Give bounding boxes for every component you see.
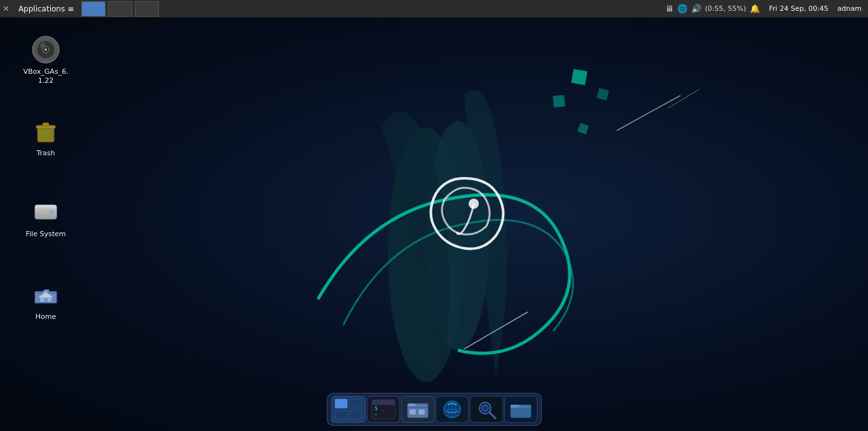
- vbox-icon-image: [31, 34, 61, 65]
- svg-rect-6: [577, 123, 589, 134]
- vbox-label-line1: VBox_GAs_6.: [23, 67, 68, 76]
- background-art: [191, 32, 699, 401]
- notification-bell[interactable]: 🔔: [750, 4, 760, 13]
- svg-text:$ _: $ _: [375, 406, 384, 411]
- virtualbox-icon[interactable]: 🖥: [665, 4, 673, 13]
- home-icon-image: [31, 279, 61, 310]
- svg-rect-38: [410, 409, 416, 414]
- panel-right: 🖥 🌐 🔊 (0:55, 55%) 🔔 Fri 24 Sep, 00:45 ad…: [661, 4, 868, 13]
- vbox-icon-label: VBox_GAs_6. 1.22: [23, 67, 68, 86]
- taskbar: $ _ >: [327, 393, 542, 426]
- taskbar-workspaces[interactable]: [331, 396, 366, 423]
- workspace-3-button[interactable]: [135, 1, 159, 17]
- svg-point-13: [45, 48, 47, 51]
- clock[interactable]: Fri 24 Sep, 00:45: [765, 4, 832, 13]
- vbox-label-line2: 1.22: [38, 76, 54, 85]
- svg-text:>: >: [375, 412, 377, 417]
- desktop-icon-filesystem[interactable]: File System: [14, 194, 78, 241]
- taskbar-search[interactable]: [470, 396, 503, 423]
- svg-rect-29: [350, 399, 362, 408]
- svg-rect-4: [596, 88, 609, 101]
- applications-label: Applications: [18, 4, 65, 13]
- desktop-icon-home[interactable]: Home: [14, 277, 78, 324]
- top-panel: ✕ Applications ≡ 🖥 🌐 🔊 (0:55, 55%): [0, 0, 868, 18]
- home-icon-label: Home: [36, 313, 56, 321]
- taskbar-folder[interactable]: [504, 396, 537, 423]
- trash-icon-image: ♻: [31, 116, 61, 146]
- svg-rect-3: [571, 69, 587, 85]
- desktop: ✕ Applications ≡ 🖥 🌐 🔊 (0:55, 55%): [0, 0, 868, 431]
- filesystem-icon-label: File System: [26, 230, 66, 239]
- menu-icon: ≡: [67, 4, 74, 13]
- svg-rect-30: [335, 411, 347, 420]
- trash-icon-label: Trash: [36, 149, 55, 158]
- panel-left: ✕ Applications ≡: [0, 1, 159, 17]
- svg-rect-31: [350, 411, 362, 420]
- svg-point-46: [482, 405, 488, 411]
- workspace-1-button[interactable]: [81, 1, 106, 17]
- battery-indicator[interactable]: (0:55, 55%): [705, 4, 747, 13]
- svg-rect-33: [372, 400, 395, 405]
- svg-line-45: [490, 413, 495, 418]
- audio-icon[interactable]: 🔊: [691, 4, 701, 13]
- xfce-icon: ✕: [3, 4, 10, 13]
- svg-text:♻: ♻: [42, 129, 50, 139]
- svg-line-8: [617, 95, 680, 131]
- desktop-icon-vbox[interactable]: VBox_GAs_6. 1.22: [14, 32, 78, 88]
- svg-rect-5: [553, 95, 565, 108]
- workspace-2-button[interactable]: [108, 1, 132, 17]
- svg-rect-39: [418, 409, 425, 414]
- svg-rect-18: [43, 123, 49, 126]
- svg-rect-48: [511, 405, 531, 408]
- svg-line-9: [668, 89, 699, 108]
- taskbar-browser[interactable]: [436, 396, 469, 423]
- filesystem-icon-image: [31, 197, 61, 227]
- svg-point-24: [50, 210, 53, 214]
- svg-rect-28: [335, 399, 347, 408]
- systray: 🖥 🌐 🔊 (0:55, 55%) 🔔: [661, 4, 764, 13]
- desktop-icon-trash[interactable]: ♻ Trash: [14, 113, 78, 160]
- taskbar-filemanager[interactable]: [401, 396, 434, 423]
- svg-rect-27: [44, 298, 48, 302]
- username: adnam: [834, 4, 865, 13]
- applications-menu[interactable]: Applications ≡: [13, 3, 79, 15]
- network-icon[interactable]: 🌐: [677, 4, 687, 13]
- taskbar-terminal[interactable]: $ _ >: [367, 396, 400, 423]
